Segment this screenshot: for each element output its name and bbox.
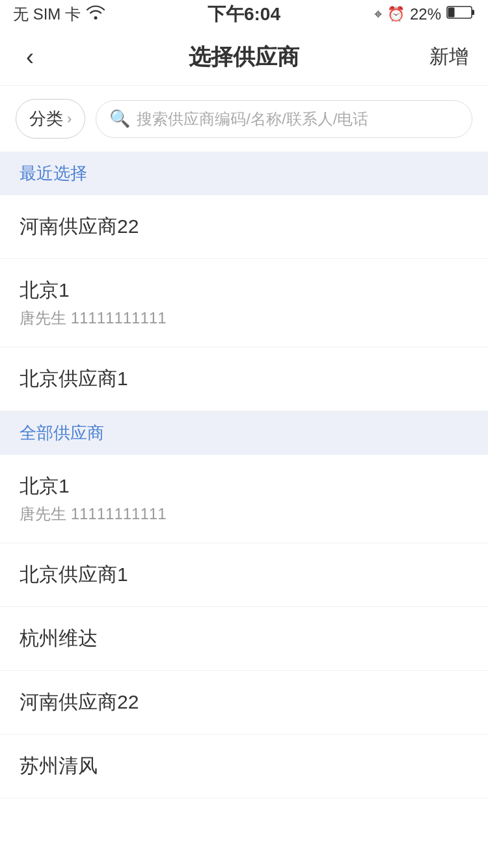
item-name: 苏州清风 [20, 753, 468, 780]
item-name: 北京供应商1 [20, 562, 468, 588]
item-name: 北京供应商1 [20, 366, 468, 392]
item-sub: 唐先生 11111111111 [20, 308, 468, 329]
search-placeholder: 搜索供应商编码/名称/联系人/电话 [137, 109, 368, 129]
carrier-text: 无 SIM 卡 [13, 4, 81, 25]
recent-items-list: 河南供应商22 北京1 唐先生 11111111111 北京供应商1 [0, 195, 488, 411]
status-right: ⌖ ⏰ 22% [374, 5, 475, 23]
nav-bar: ‹ 选择供应商 新增 [0, 29, 488, 86]
search-area: 分类 › 🔍 搜索供应商编码/名称/联系人/电话 [0, 86, 488, 152]
item-name: 北京1 [20, 473, 468, 500]
all-section-label: 全部供应商 [20, 423, 104, 442]
category-button[interactable]: 分类 › [16, 99, 85, 139]
chevron-right-icon: › [67, 111, 72, 128]
list-item[interactable]: 河南供应商22 [0, 671, 488, 735]
svg-rect-1 [472, 10, 474, 15]
list-item[interactable]: 苏州清风 [0, 735, 488, 798]
battery-text: 22% [410, 5, 441, 23]
search-icon: 🔍 [109, 109, 130, 129]
item-name: 杭州维达 [20, 625, 468, 652]
list-item[interactable]: 北京1 唐先生 11111111111 [0, 455, 488, 543]
list-item[interactable]: 北京供应商1 [0, 347, 488, 411]
list-item[interactable]: 北京供应商1 [0, 543, 488, 607]
back-button[interactable]: ‹ [20, 37, 40, 77]
all-section-header: 全部供应商 [0, 411, 488, 455]
item-name: 北京1 [20, 277, 468, 304]
recent-section-header: 最近选择 [0, 152, 488, 195]
item-name: 河南供应商22 [20, 689, 468, 716]
list-item[interactable]: 北京1 唐先生 11111111111 [0, 259, 488, 347]
svg-rect-2 [448, 8, 455, 18]
battery-icon [446, 5, 475, 23]
nav-title: 选择供应商 [189, 42, 299, 72]
wifi-icon [86, 5, 105, 23]
alarm-icon: ⏰ [387, 6, 405, 23]
item-name: 河南供应商22 [20, 213, 468, 240]
search-input-wrap[interactable]: 🔍 搜索供应商编码/名称/联系人/电话 [96, 100, 472, 138]
list-item[interactable]: 河南供应商22 [0, 195, 488, 259]
status-left: 无 SIM 卡 [13, 4, 105, 25]
add-button[interactable]: 新增 [429, 44, 468, 70]
status-bar: 无 SIM 卡 下午6:04 ⌖ ⏰ 22% [0, 0, 488, 29]
category-label: 分类 [29, 107, 63, 130]
location-icon: ⌖ [374, 6, 382, 23]
item-sub: 唐先生 11111111111 [20, 504, 468, 524]
all-items-list: 北京1 唐先生 11111111111 北京供应商1 杭州维达 河南供应商22 … [0, 455, 488, 798]
recent-section-label: 最近选择 [20, 163, 87, 183]
status-time: 下午6:04 [208, 2, 280, 27]
list-item[interactable]: 杭州维达 [0, 607, 488, 671]
